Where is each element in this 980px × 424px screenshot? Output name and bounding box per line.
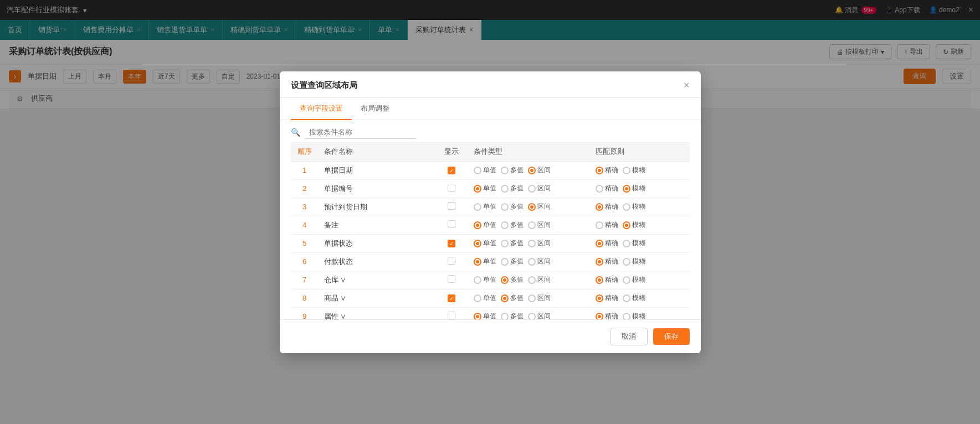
dialog-title: 设置查询区域布局 <box>291 80 357 91</box>
dialog-header: 设置查询区域布局 × <box>280 71 701 98</box>
dialog-close-btn[interactable]: × <box>684 80 690 90</box>
dialog-tab-field-settings[interactable]: 查询字段设置 <box>291 98 352 109</box>
dialog-overlay: 设置查询区域布局 × 查询字段设置 布局调整 🔍 顺序 <box>0 0 980 108</box>
settings-dialog: 设置查询区域布局 × 查询字段设置 布局调整 🔍 顺序 <box>280 71 701 109</box>
dialog-tab-layout-adjust[interactable]: 布局调整 <box>352 98 398 109</box>
dialog-tabs: 查询字段设置 布局调整 <box>280 98 701 109</box>
